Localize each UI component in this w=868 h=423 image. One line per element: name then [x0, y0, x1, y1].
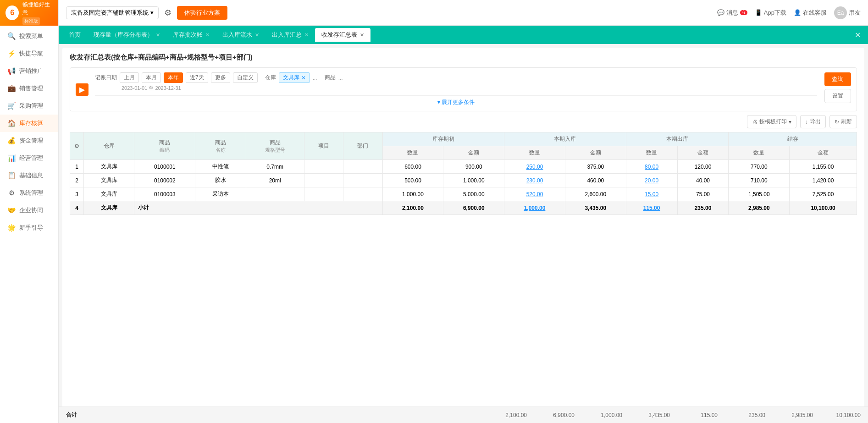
- sidebar-item-enterprise[interactable]: 🤝企业协同: [0, 202, 58, 219]
- sidebar-item-search[interactable]: 🔍搜索菜单: [0, 27, 58, 45]
- period-out-header: 本期出库: [626, 132, 729, 146]
- sidebar-item-system[interactable]: ⚙系统管理: [0, 184, 58, 202]
- row-in-qty[interactable]: 230.00: [504, 174, 565, 187]
- footer-bal-qty: 2,985.00: [776, 412, 813, 418]
- sidebar-item-base-info[interactable]: 📋基础信息: [0, 167, 58, 184]
- tab-in-out-summary[interactable]: 出入库汇总✕: [265, 28, 315, 42]
- row-code: 0100001: [134, 160, 195, 174]
- tab-close-in-out-summary[interactable]: ✕: [304, 32, 309, 38]
- row-in-qty[interactable]: 520.00: [504, 187, 565, 201]
- trial-button[interactable]: 体验行业方案: [177, 6, 227, 20]
- tab-close-batch[interactable]: ✕: [205, 32, 210, 38]
- sidebar-item-finance[interactable]: 💰资金管理: [0, 132, 58, 149]
- warehouse-tag-close[interactable]: ✕: [301, 75, 306, 81]
- tab-bar: 首页 现存量（库存分布表）✕ 库存批次账✕ 出入库流水✕ 出入库汇总✕ 收发存汇…: [59, 26, 868, 44]
- warehouse-tag: 文具库 ✕: [279, 72, 310, 83]
- row-project: [304, 187, 343, 201]
- logo-icon: 6: [6, 5, 19, 20]
- page-title: 收发存汇总表(按仓库+商品编码+商品+规格型号+项目+部门): [70, 53, 857, 62]
- gear-icon[interactable]: ⚙: [164, 8, 171, 18]
- mobile-icon: 📱: [755, 9, 762, 16]
- chevron-down-icon: ▾: [150, 9, 154, 16]
- query-button[interactable]: 查询: [824, 72, 851, 86]
- goods-more-btn[interactable]: ...: [338, 75, 343, 81]
- row-bal-qty: 770.00: [729, 160, 790, 174]
- header-left: 装备及固定资产辅助管理系统 ▾ ⚙ 体验行业方案: [66, 6, 227, 20]
- row-bal-amt: 7,525.00: [790, 187, 857, 201]
- row-dept: [343, 174, 382, 187]
- row-out-qty[interactable]: 15.00: [626, 187, 677, 201]
- warehouse-filter: 仓库 文具库 ✕ ...: [265, 72, 317, 83]
- row-bal-amt: 1,420.00: [790, 174, 857, 187]
- toolbar: 🖨 按模板打印 ▾ ↓ 导出 ↻ 刷新: [70, 115, 857, 128]
- table-row: 2 文具库 0100002 胶水 20ml 500.00 1,000.00 23…: [70, 174, 857, 187]
- sidebar-item-guide[interactable]: 🌟新手引导: [0, 219, 58, 236]
- expand-btn[interactable]: ▾ 展开更多条件: [95, 95, 817, 106]
- system-selector[interactable]: 装备及固定资产辅助管理系统 ▾: [66, 6, 159, 19]
- sidebar-item-business[interactable]: 📊经营管理: [0, 149, 58, 167]
- message-item[interactable]: 💬 消息 6: [717, 9, 747, 17]
- warehouse-more-btn[interactable]: ...: [313, 75, 317, 81]
- setting-button[interactable]: 设置: [824, 89, 851, 103]
- subtotal-in-qty[interactable]: 1,000.00: [504, 201, 565, 215]
- tab-close-in-out-flow[interactable]: ✕: [255, 32, 259, 38]
- tab-bar-close-icon[interactable]: ✕: [851, 29, 864, 41]
- row-out-qty[interactable]: 80.00: [626, 160, 677, 174]
- base-info-icon: 📋: [7, 171, 16, 180]
- sidebar-menu: 🔍搜索菜单 ⚡快捷导航 📢营销推广 💼销售管理 🛒采购管理 🏠库存核算 💰资金管…: [0, 26, 58, 238]
- refresh-icon: ↻: [835, 119, 839, 125]
- row-name: 中性笔: [195, 160, 246, 174]
- sidebar-item-marketing[interactable]: 📢营销推广: [0, 62, 58, 80]
- tab-batch[interactable]: 库存批次账✕: [166, 28, 216, 42]
- date-btn-last-month[interactable]: 上月: [120, 72, 139, 83]
- tab-in-out-flow[interactable]: 出入库流水✕: [216, 28, 265, 42]
- subtotal-out-amt: 235.00: [677, 201, 729, 215]
- project-header: 项目: [304, 132, 343, 160]
- row-spec: [246, 187, 304, 201]
- footer-bal-amt: 10,100.00: [824, 412, 861, 418]
- print-button[interactable]: 🖨 按模板打印 ▾: [747, 115, 796, 128]
- subtotal-begin-amt: 6,900.00: [443, 201, 504, 215]
- export-button[interactable]: ↓ 导出: [800, 115, 826, 128]
- out-amt-header: 金额: [677, 146, 729, 160]
- footer-in-qty: 1,000.00: [586, 412, 622, 418]
- row-dept: [343, 187, 382, 201]
- date-btn-this-year[interactable]: 本年: [164, 72, 183, 83]
- row-out-qty[interactable]: 20.00: [626, 174, 677, 187]
- marketing-icon: 📢: [7, 67, 16, 75]
- online-service-item[interactable]: 👤 在线客服: [794, 9, 827, 17]
- date-btn-this-month[interactable]: 本月: [142, 72, 161, 83]
- sidebar-item-sales[interactable]: 💼销售管理: [0, 80, 58, 97]
- refresh-button[interactable]: ↻ 刷新: [829, 115, 857, 128]
- sidebar-item-purchase[interactable]: 🛒采购管理: [0, 97, 58, 115]
- subtotal-in-amt: 3,435.00: [565, 201, 626, 215]
- tab-close-stock-dist[interactable]: ✕: [156, 32, 160, 38]
- date-filter: 记账日期 上月 本月 本年 近7天 更多 自定义: [95, 72, 258, 83]
- sidebar-logo: 6 畅捷通好生意 标准版: [0, 0, 58, 26]
- date-btn-custom[interactable]: 自定义: [233, 72, 258, 83]
- subtotal-num: 4: [70, 201, 84, 215]
- row-begin-amt: 5,000.00: [443, 187, 504, 201]
- tab-receive-send[interactable]: 收发存汇总表✕: [315, 28, 370, 42]
- user-item[interactable]: Ea 用友: [834, 6, 861, 19]
- tab-stock-dist[interactable]: 现存量（库存分布表）✕: [87, 28, 166, 42]
- row-in-amt: 375.00: [565, 160, 626, 174]
- logo-text: 畅捷通好生意 标准版: [22, 1, 53, 25]
- row-in-amt: 460.00: [565, 174, 626, 187]
- tab-home[interactable]: 首页: [62, 28, 87, 42]
- date-btn-7days[interactable]: 近7天: [186, 72, 208, 83]
- period-in-header: 本期入库: [504, 132, 626, 146]
- app-download-item[interactable]: 📱 App下载: [755, 9, 786, 17]
- subtotal-out-qty[interactable]: 115.00: [626, 201, 677, 215]
- in-qty-header: 数量: [504, 146, 565, 160]
- sidebar-item-inventory[interactable]: 🏠库存核算: [0, 115, 58, 132]
- filter-collapse-button[interactable]: ▶: [76, 83, 88, 96]
- subtotal-begin-qty: 2,100.00: [382, 201, 443, 215]
- date-btn-more[interactable]: 更多: [211, 72, 230, 83]
- main-content: 收发存汇总表(按仓库+商品编码+商品+规格型号+项目+部门) ▶ 记账日期 上月…: [59, 44, 868, 423]
- row-bal-qty: 1,505.00: [729, 187, 790, 201]
- sidebar-item-quick-nav[interactable]: ⚡快捷导航: [0, 45, 58, 62]
- row-in-qty[interactable]: 250.00: [504, 160, 565, 174]
- tab-close-receive-send[interactable]: ✕: [360, 32, 364, 38]
- row-begin-qty: 1,000.00: [382, 187, 443, 201]
